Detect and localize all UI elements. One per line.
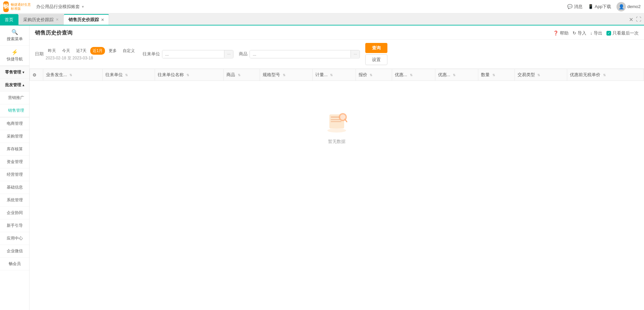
query-btn[interactable]: 查询 bbox=[365, 43, 387, 53]
th-biz-date[interactable]: 业务发生... ⇅ bbox=[43, 69, 103, 81]
sidebar-item-sales-mgmt[interactable]: 销售管理 bbox=[0, 104, 29, 117]
tab-sales-history-label: 销售历史价跟踪 bbox=[68, 17, 99, 23]
sidebar-item-retail-mgmt[interactable]: 零售管理 ▾ bbox=[0, 66, 29, 79]
maximize-icon[interactable]: ⛶ bbox=[636, 16, 641, 22]
top-bar: 畅 畅捷通好生意 标准版 办公用品行业模拟账套 ▾ 💬 消息 📱 App下载 👤… bbox=[0, 0, 644, 13]
sidebar-item-corp-wechat[interactable]: 企业微信 bbox=[0, 245, 29, 258]
sidebar-item-marketing[interactable]: 营销推广 bbox=[0, 92, 29, 104]
sidebar-label-sys-mgmt: 系统管理 bbox=[7, 197, 23, 203]
dropdown-arrow-icon[interactable]: ▾ bbox=[82, 4, 84, 9]
sidebar-label-quick-nav: 快捷导航 bbox=[7, 56, 23, 62]
th-discount1[interactable]: 优惠... ⇅ bbox=[392, 69, 435, 81]
help-icon: ❓ bbox=[553, 31, 558, 36]
date-filter-container: 昨天 今天 近7天 近1月 更多 自定义 2023-02-18 至 2023-0… bbox=[46, 47, 137, 61]
th-spec[interactable]: 规格型号 ⇅ bbox=[260, 69, 313, 81]
sidebar-item-basic-info[interactable]: 基础信息 bbox=[0, 181, 29, 194]
export-btn[interactable]: ↓ 导出 bbox=[590, 30, 603, 36]
sidebar-item-corp-agreement[interactable]: 企业协同 bbox=[0, 207, 29, 219]
th-product-label: 商品 bbox=[226, 72, 235, 77]
only-last-area[interactable]: ✓ 只看最后一次 bbox=[606, 30, 639, 36]
sidebar-item-app-center[interactable]: 应用中心 bbox=[0, 232, 29, 245]
date-btn-more[interactable]: 更多 bbox=[106, 47, 119, 55]
empty-text: 暂无数据 bbox=[328, 139, 345, 145]
th-quantity-label: 数量 bbox=[481, 72, 490, 77]
th-discount2[interactable]: 优惠... ⇅ bbox=[435, 69, 478, 81]
lightning-icon: ⚡ bbox=[11, 49, 18, 55]
sidebar-item-inventory[interactable]: 库存核算 bbox=[0, 143, 29, 156]
date-btn-7days[interactable]: 近7天 bbox=[74, 47, 89, 55]
th-unit[interactable]: 计量... ⇅ bbox=[313, 69, 356, 81]
sidebar-label-member: 畅会员 bbox=[9, 261, 21, 267]
sidebar-label-purchase: 采购管理 bbox=[7, 134, 23, 139]
product-input[interactable] bbox=[250, 50, 351, 58]
main-layout: 🔍 搜索菜单 ⚡ 快捷导航 零售管理 ▾ 批发管理 ▴ 营销推广 销售管理 电商… bbox=[0, 25, 644, 310]
sidebar-item-quick-nav[interactable]: ⚡ 快捷导航 bbox=[0, 46, 29, 66]
sidebar-item-member[interactable]: 畅会员 bbox=[0, 258, 29, 270]
sidebar-item-search-menu[interactable]: 🔍 搜索菜单 bbox=[0, 25, 29, 46]
date-btn-yesterday[interactable]: 昨天 bbox=[46, 47, 58, 55]
only-last-checkbox[interactable]: ✓ bbox=[606, 31, 611, 36]
top-center: 办公用品行业模拟账套 ▾ bbox=[33, 4, 84, 10]
app-download-btn[interactable]: 📱 App下载 bbox=[588, 4, 611, 10]
chevron-up-icon: ▴ bbox=[22, 83, 24, 87]
message-icon: 💬 bbox=[567, 4, 573, 9]
counterparty-input[interactable] bbox=[162, 50, 224, 58]
sidebar-label-marketing: 营销推广 bbox=[8, 95, 24, 101]
table-header-row: ⚙ 业务发生... ⇅ 往来单位 ⇅ 往来单位名称 bbox=[30, 69, 644, 81]
th-product[interactable]: 商品 ⇅ bbox=[223, 69, 260, 81]
th-spec-label: 规格型号 bbox=[263, 72, 280, 77]
message-btn[interactable]: 💬 消息 bbox=[567, 4, 583, 10]
product-filter-group: 商品 ··· bbox=[239, 50, 360, 58]
import-label: 导入 bbox=[578, 30, 586, 36]
sidebar-label-search-menu: 搜索菜单 bbox=[7, 36, 23, 42]
tab-home[interactable]: 首页 bbox=[0, 14, 18, 25]
tab-sales-close-icon[interactable]: ✕ bbox=[101, 18, 104, 22]
settings-gear-icon[interactable]: ⚙ bbox=[33, 72, 37, 78]
sidebar-label-corp-wechat: 企业微信 bbox=[7, 248, 23, 254]
product-input-btn[interactable]: ··· bbox=[351, 50, 360, 58]
th-quote[interactable]: 报价 ⇅ bbox=[356, 69, 392, 81]
th-quantity[interactable]: 数量 ⇅ bbox=[478, 69, 515, 81]
logo-text: 畅捷通好生意 标准版 bbox=[11, 3, 31, 11]
sidebar-item-operation[interactable]: 经营管理 bbox=[0, 168, 29, 181]
date-btn-today[interactable]: 今天 bbox=[60, 47, 72, 55]
settings-btn[interactable]: 设置 bbox=[365, 54, 387, 65]
th-biz-date-label: 业务发生... bbox=[46, 72, 67, 77]
logo-icon: 畅 bbox=[3, 1, 9, 12]
only-last-label: 只看最后一次 bbox=[612, 30, 639, 36]
th-trade-type[interactable]: 交易类型 ⇅ bbox=[515, 69, 567, 81]
import-btn[interactable]: ↻ 导入 bbox=[573, 30, 586, 36]
th-settings[interactable]: ⚙ bbox=[30, 69, 43, 81]
date-btn-custom[interactable]: 自定义 bbox=[120, 47, 137, 55]
sort-icon-trade-type: ⇅ bbox=[537, 73, 540, 77]
date-btn-1month[interactable]: 近1月 bbox=[90, 47, 105, 55]
tab-sales-history[interactable]: 销售历史价跟踪 ✕ bbox=[64, 14, 109, 25]
th-counterparty[interactable]: 往来单位 ⇅ bbox=[102, 69, 155, 81]
sort-icon-counterparty-name: ⇅ bbox=[186, 73, 189, 77]
th-counterparty-name[interactable]: 往来单位名称 ⇅ bbox=[155, 69, 224, 81]
user-area[interactable]: 👤 demo2 bbox=[616, 2, 641, 11]
content-area: 销售历史价查询 ❓ 帮助 ↻ 导入 ↓ 导出 ✓ bbox=[30, 25, 644, 310]
counterparty-input-btn[interactable]: ··· bbox=[224, 50, 233, 58]
tab-purchase-history[interactable]: 采购历史价跟踪 ✕ bbox=[18, 14, 64, 25]
th-pretax-price[interactable]: 优惠前无税单价 ⇅ bbox=[567, 69, 644, 81]
help-btn[interactable]: ❓ 帮助 bbox=[553, 30, 569, 36]
svg-rect-4 bbox=[331, 121, 341, 122]
sidebar-label-retail: 零售管理 bbox=[5, 69, 21, 75]
sidebar-item-purchase[interactable]: 采购管理 bbox=[0, 130, 29, 143]
sort-icon-quote: ⇅ bbox=[370, 73, 372, 77]
sidebar-item-new-guide[interactable]: 新手引导 bbox=[0, 219, 29, 232]
svg-rect-3 bbox=[331, 119, 340, 120]
sidebar-item-finance[interactable]: 资金管理 bbox=[0, 156, 29, 168]
logo-area: 畅 畅捷通好生意 标准版 bbox=[3, 1, 30, 12]
filter-area: 日期 昨天 今天 近7天 近1月 更多 自定义 2023-02-18 至 202… bbox=[30, 40, 644, 69]
close-window-icon[interactable]: ✕ bbox=[629, 16, 633, 23]
sidebar-label-new-guide: 新手引导 bbox=[7, 223, 23, 228]
sidebar: 🔍 搜索菜单 ⚡ 快捷导航 零售管理 ▾ 批发管理 ▴ 营销推广 销售管理 电商… bbox=[0, 25, 30, 310]
th-discount1-label: 优惠... bbox=[395, 72, 407, 77]
sidebar-item-ecommerce[interactable]: 电商管理 bbox=[0, 117, 29, 130]
date-filter-group: 日期 昨天 今天 近7天 近1月 更多 自定义 2023-02-18 至 202… bbox=[35, 47, 137, 61]
tab-purchase-close-icon[interactable]: ✕ bbox=[56, 17, 59, 22]
sidebar-item-sys-mgmt[interactable]: 系统管理 bbox=[0, 194, 29, 207]
sidebar-item-wholesale-mgmt[interactable]: 批发管理 ▴ bbox=[0, 79, 29, 92]
